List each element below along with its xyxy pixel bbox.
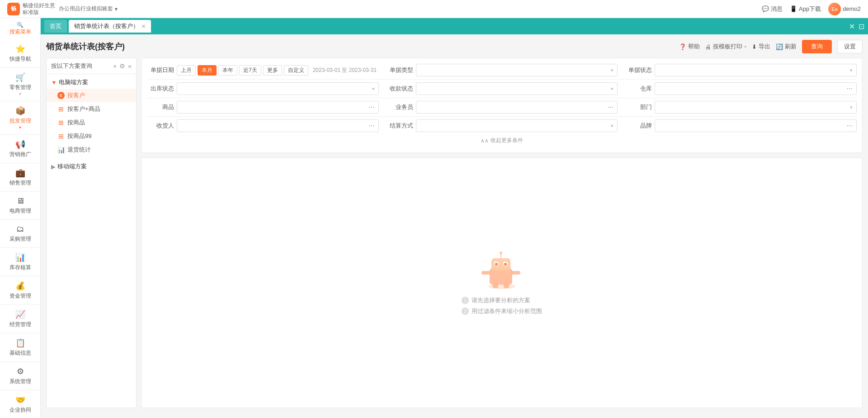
tip-item-2: 2 用过滤条件来缩小分析范围 (462, 307, 542, 315)
sidebar-item-purchase[interactable]: 🗂 采购管理 (0, 220, 40, 248)
page-actions: ❓ 帮助 🖨 按模板打印 ▾ ⬇ 导出 🔄 刷新 (679, 40, 863, 53)
customer-goods-icon: ⊞ (57, 105, 65, 113)
refresh-icon: 🔄 (776, 43, 783, 50)
svg-point-8 (500, 252, 502, 254)
scheme-refund-stats[interactable]: 📊 退货统计 (47, 143, 136, 157)
dept-input[interactable]: ▾ (655, 101, 857, 114)
sidebar-item-operations[interactable]: 📈 经营管理 (0, 305, 40, 333)
tab-close-icon[interactable]: ✕ (142, 24, 146, 29)
payment-method-chevron-icon: ▾ (611, 123, 613, 129)
collapse-button[interactable]: ∧∧ 收起更多条件 (147, 134, 857, 147)
tab-sales-stats[interactable]: 销货单统计表（按客户） ✕ (69, 20, 151, 33)
warehouse-input[interactable]: ··· (655, 82, 857, 95)
tab-restore-button[interactable]: ⊡ (859, 22, 864, 31)
tab-bar-right: ✕ ⊡ (849, 22, 864, 31)
sidebar-item-wholesale[interactable]: 📦 批发管理 ▾ (0, 101, 40, 135)
tip-num-1: 1 (462, 297, 469, 304)
sidebar-item-system[interactable]: ⚙ 系统管理 (0, 362, 40, 390)
receiver-cell: 收货人 ··· (147, 119, 379, 132)
sidebar-item-inventory[interactable]: 📊 库存核算 (0, 248, 40, 276)
query-button[interactable]: 查询 (802, 40, 832, 53)
operations-icon: 📈 (15, 309, 25, 319)
enterprise-icon: 🤝 (15, 395, 25, 405)
sidebar-item-sales[interactable]: 💼 销售管理 (0, 163, 40, 192)
page-header: 销货单统计表(按客户) ❓ 帮助 🖨 按模板打印 ▾ ⬇ 导出 (46, 40, 863, 53)
scheme-by-customer-goods[interactable]: ⊞ 按客户+商品 (47, 102, 136, 116)
sidebar-item-enterprise[interactable]: 🤝 企业协同 (0, 390, 40, 418)
order-type-input[interactable]: ▾ (416, 64, 618, 76)
tip-text-2: 用过滤条件来缩小分析范围 (472, 307, 542, 315)
basic-icon: 📋 (15, 338, 25, 348)
dept-cell: 部门 ▾ (625, 101, 857, 114)
payment-method-input[interactable]: ▾ (416, 119, 618, 132)
sidebar-item-ecommerce[interactable]: 🖥 电商管理 (0, 192, 40, 220)
retail-icon: 🛒 (15, 72, 25, 82)
finance-label: 资金管理 (9, 292, 31, 300)
sidebar-search[interactable]: 🔍 搜索菜单 (0, 18, 40, 39)
sidebar-item-marketing[interactable]: 📢 营销推广 (0, 135, 40, 163)
desktop-group-header[interactable]: ▼ 电脑端方案 (47, 76, 136, 89)
goods-icon: ⊞ (57, 119, 65, 126)
mobile-group-header[interactable]: ▶ 移动端方案 (47, 160, 136, 173)
sidebar-item-retail[interactable]: 🛒 零售管理 ▾ (0, 68, 40, 101)
help-icon: ❓ (679, 43, 686, 50)
settings-scheme-icon[interactable]: ⚙ (119, 62, 125, 70)
settings-button[interactable]: 设置 (837, 40, 863, 53)
brand-input[interactable]: ··· (655, 119, 857, 132)
sidebar: 🔍 搜索菜单 ⭐ 快捷导航 🛒 零售管理 ▾ 📦 批发管理 ▾ 📢 营销推广 💼… (0, 18, 41, 418)
sidebar-item-shortcut[interactable]: ⭐ 快捷导航 (0, 39, 40, 68)
date-tab-last-month[interactable]: 上月 (177, 65, 196, 76)
svg-rect-12 (504, 284, 509, 288)
message-button[interactable]: 💬 消息 (762, 5, 783, 13)
main-wrapper: 🔍 搜索菜单 ⭐ 快捷导航 🛒 零售管理 ▾ 📦 批发管理 ▾ 📢 营销推广 💼… (0, 18, 868, 418)
print-icon: 🖨 (705, 43, 711, 50)
goods-99-icon: ⊞ (57, 133, 65, 140)
sidebar-item-finance[interactable]: 💰 资金管理 (0, 276, 40, 305)
salesperson-input[interactable]: ··· (416, 101, 618, 114)
out-status-input[interactable]: ▾ (177, 82, 379, 95)
empty-tips: 1 请先选择要分析的方案 2 用过滤条件来缩小分析范围 (462, 296, 542, 315)
date-label: 单据日期 (147, 66, 174, 74)
tip-text-1: 请先选择要分析的方案 (472, 296, 530, 304)
refresh-button[interactable]: 🔄 刷新 (776, 43, 797, 51)
order-status-label: 单据状态 (625, 66, 652, 74)
empty-state: 1 请先选择要分析的方案 2 用过滤条件来缩小分析范围 (462, 250, 542, 315)
date-tab-more[interactable]: 更多 (263, 65, 282, 76)
print-template-button[interactable]: 🖨 按模板打印 ▾ (705, 43, 746, 51)
scheme-by-goods[interactable]: ⊞ 按商品 (47, 116, 136, 129)
sidebar-item-basic[interactable]: 📋 基础信息 (0, 333, 40, 362)
date-tab-7days[interactable]: 近7天 (239, 65, 261, 76)
app-download-button[interactable]: 📱 App下载 (790, 5, 821, 13)
add-scheme-icon[interactable]: + (113, 62, 117, 70)
payment-status-input[interactable]: ▾ (416, 82, 618, 95)
order-status-chevron-icon: ▾ (850, 67, 853, 73)
payment-status-cell: 收款状态 ▾ (386, 82, 618, 95)
help-button[interactable]: ❓ 帮助 (679, 43, 700, 51)
ecommerce-label: 电商管理 (9, 207, 31, 215)
customer-scheme-icon: 客 (57, 92, 65, 99)
brand-cell: 品牌 ··· (625, 119, 857, 132)
scheme-by-customer[interactable]: 客 按客户 (47, 89, 136, 102)
tab-close-button[interactable]: ✕ (849, 22, 855, 31)
refresh-label: 刷新 (785, 43, 797, 51)
left-panel: 按以下方案查询 + ⚙ « ▼ 电脑端方案 客 (46, 58, 137, 408)
export-button[interactable]: ⬇ 导出 (752, 43, 770, 51)
date-tab-current-year[interactable]: 本年 (218, 65, 237, 76)
page-title: 销货单统计表(按客户) (46, 41, 125, 52)
payment-method-cell: 结算方式 ▾ (386, 119, 618, 132)
breadcrumb[interactable]: 办公用品行业模拟账套 ▾ (59, 5, 118, 13)
collapse-panel-icon[interactable]: « (128, 62, 132, 70)
left-panel-actions: + ⚙ « (113, 62, 132, 70)
user-menu[interactable]: Ea demo2 (828, 3, 861, 15)
dept-label: 部门 (625, 103, 652, 111)
tab-home[interactable]: 首页 (44, 20, 67, 33)
warehouse-label: 仓库 (625, 85, 652, 93)
avatar: Ea (828, 3, 841, 15)
receiver-input[interactable]: ··· (177, 119, 379, 132)
date-tab-current-month[interactable]: 本月 (198, 65, 217, 76)
order-status-input[interactable]: ▾ (655, 64, 857, 76)
brand-label: 品牌 (625, 122, 652, 130)
scheme-by-goods-99[interactable]: ⊞ 按商品99 (47, 129, 136, 143)
date-tab-custom[interactable]: 自定义 (284, 65, 308, 76)
goods-input[interactable]: ··· (177, 101, 379, 114)
